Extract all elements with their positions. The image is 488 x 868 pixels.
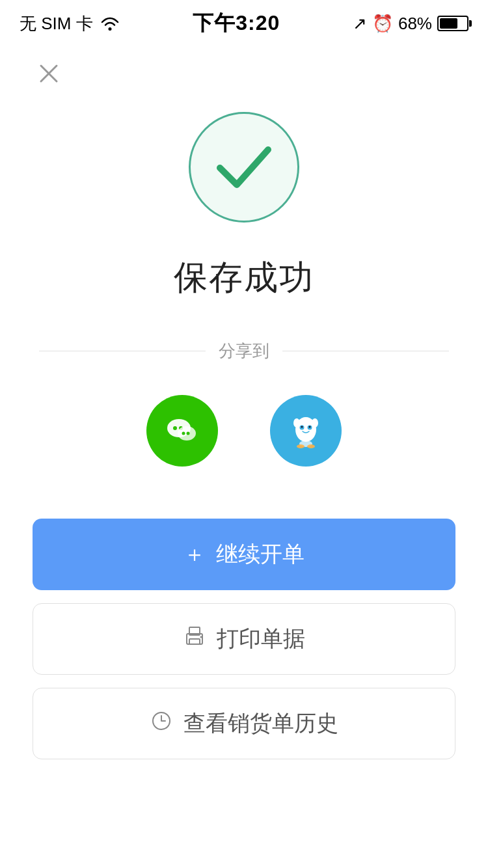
action-buttons: ＋ 继续开单 打印单据 查看销货单历史 (0, 519, 488, 759)
divider-left (39, 351, 206, 351)
svg-point-16 (297, 444, 305, 448)
checkmark-icon (215, 144, 273, 190)
svg-point-13 (309, 426, 311, 428)
print-label: 打印单据 (217, 624, 305, 654)
svg-point-7 (187, 432, 190, 435)
status-right: ↗ ⏰ 68% (353, 14, 468, 34)
success-circle (189, 112, 299, 223)
printer-icon (183, 625, 206, 653)
carrier-text: 无 SIM 卡 (20, 12, 93, 35)
print-button[interactable]: 打印单据 (33, 603, 455, 675)
status-left: 无 SIM 卡 (20, 12, 120, 35)
svg-point-21 (200, 636, 202, 638)
history-icon (150, 709, 173, 738)
close-button[interactable] (33, 57, 65, 90)
qq-share-button[interactable] (270, 395, 342, 467)
status-time: 下午3:20 (193, 9, 280, 38)
main-content: 保存成功 分享到 (0, 47, 488, 759)
share-icons (146, 395, 342, 467)
success-title: 保存成功 (174, 255, 314, 301)
divider-label: 分享到 (206, 340, 282, 362)
plus-icon: ＋ (183, 539, 206, 569)
battery-icon (437, 16, 468, 31)
share-divider: 分享到 (0, 340, 488, 362)
svg-point-17 (307, 444, 315, 448)
wifi-icon (100, 16, 120, 31)
battery-percent: 68% (398, 14, 432, 34)
location-icon: ↗ (353, 14, 367, 34)
history-button[interactable]: 查看销货单历史 (33, 688, 455, 759)
alarm-icon: ⏰ (372, 14, 393, 34)
svg-point-14 (293, 418, 300, 427)
svg-point-15 (312, 418, 318, 427)
divider-right (282, 351, 449, 351)
svg-point-6 (182, 432, 185, 435)
history-label: 查看销货单历史 (183, 709, 338, 739)
svg-point-3 (173, 426, 177, 430)
continue-order-label: 继续开单 (216, 539, 305, 569)
wechat-share-button[interactable] (146, 395, 218, 467)
svg-point-12 (301, 426, 303, 428)
wechat-icon (161, 410, 203, 452)
qq-icon (285, 410, 327, 452)
status-bar: 无 SIM 卡 下午3:20 ↗ ⏰ 68% (0, 0, 488, 47)
continue-order-button[interactable]: ＋ 继续开单 (33, 519, 455, 590)
svg-rect-20 (189, 639, 200, 644)
